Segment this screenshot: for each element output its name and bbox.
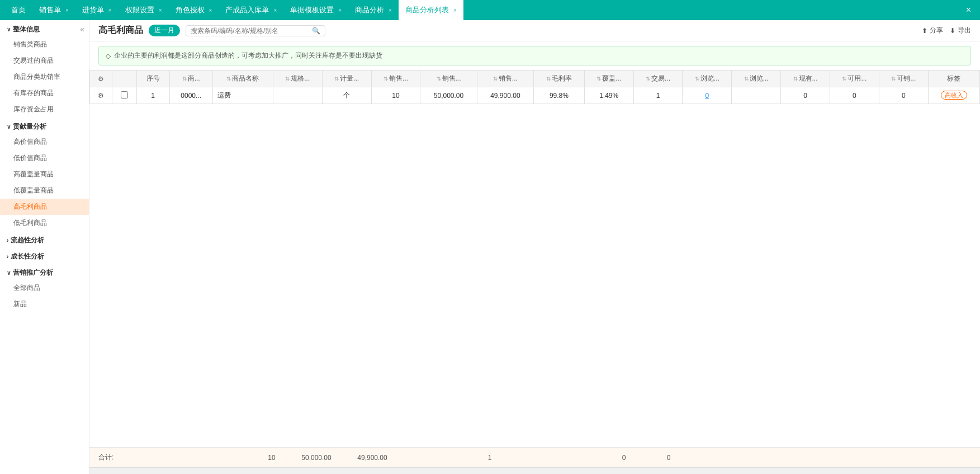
col-header-trade[interactable]: ⇅交易... <box>633 71 683 87</box>
nav-close-icon-2[interactable]: × <box>108 7 112 13</box>
cell-name-0: 运费 <box>212 87 273 104</box>
search-input[interactable] <box>191 27 310 35</box>
sidebar-group-label-0: 整体信息 <box>13 25 40 34</box>
col-header-view1[interactable]: ⇅浏览... <box>683 71 732 87</box>
footer-cell-1: 10 <box>255 454 288 462</box>
close-window-icon[interactable]: × <box>962 5 976 15</box>
col-header-name[interactable]: ⇅商品名称 <box>212 71 273 87</box>
sidebar-group-4[interactable]: ∨营销推广分析 <box>0 264 89 280</box>
sidebar-group-0[interactable]: ∨整体信息 <box>0 20 89 36</box>
nav-item-5[interactable]: 产成品入库单× <box>219 0 283 20</box>
cell-spec-0 <box>273 87 322 104</box>
sidebar-group-label-1: 贡献量分析 <box>13 122 46 132</box>
sidebar-group-arrow-1: ∨ <box>7 124 11 130</box>
col-header-saleable[interactable]: ⇅可销... <box>879 71 928 87</box>
nav-close-icon-6[interactable]: × <box>338 7 342 13</box>
footer-total: 合计: 1050,000.0049,900.00100 <box>89 447 980 467</box>
sidebar-item-1-2[interactable]: 高覆盖量商品 <box>0 166 89 182</box>
share-button[interactable]: ⬆ 分享 <box>922 26 943 35</box>
footer-cell-10: 0 <box>646 454 691 462</box>
col-header-checkbox <box>112 71 136 87</box>
col-sort-icon-unit: ⇅ <box>334 76 339 82</box>
nav-close-icon-8[interactable]: × <box>453 7 457 13</box>
sidebar-item-0-0[interactable]: 销售类商品 <box>0 36 89 53</box>
sidebar-item-0-2[interactable]: 商品分类助销率 <box>0 69 89 85</box>
sidebar-group-arrow-0: ∨ <box>7 26 11 32</box>
sidebar-item-1-1[interactable]: 低价值商品 <box>0 150 89 166</box>
page-title: 高毛利商品 <box>98 25 143 36</box>
cell-saleamt-0: 50,000.00 <box>420 87 477 104</box>
sidebar-group-label-4: 营销推广分析 <box>13 268 53 278</box>
cell-available-0: 0 <box>830 87 879 104</box>
nav-item-2[interactable]: 进货单× <box>75 0 119 20</box>
sidebar-item-4-1[interactable]: 新品 <box>0 296 89 312</box>
col-header-view2[interactable]: ⇅浏览... <box>732 71 781 87</box>
col-header-saleProfit[interactable]: ⇅销售... <box>477 71 533 87</box>
sidebar-item-4-0[interactable]: 全部商品 <box>0 280 89 296</box>
col-header-code[interactable]: ⇅商... <box>169 71 212 87</box>
nav-item-6[interactable]: 单据模板设置× <box>283 0 348 20</box>
col-header-seq: 序号 <box>136 71 169 87</box>
cell-checkbox-0[interactable] <box>112 87 136 104</box>
export-button[interactable]: ⬇ 导出 <box>950 26 971 35</box>
cell-coverage-0: 1.49% <box>584 87 633 104</box>
col-header-coverage[interactable]: ⇅覆盖... <box>584 71 633 87</box>
nav-close-icon-5[interactable]: × <box>273 7 277 13</box>
top-nav: 首页销售单×进货单×权限设置×角色授权×产成品入库单×单据模板设置×商品分析×商… <box>0 0 980 20</box>
nav-close-icon-7[interactable]: × <box>389 7 392 13</box>
col-header-unit[interactable]: ⇅计量... <box>322 71 371 87</box>
cell-stock-0: 0 <box>781 87 830 104</box>
nav-item-8[interactable]: 商品分析列表× <box>399 0 463 20</box>
cell-code-0: 0000... <box>169 87 212 104</box>
scroll-bar[interactable] <box>89 467 980 474</box>
sidebar-item-1-0[interactable]: 高价值商品 <box>0 134 89 150</box>
nav-item-0[interactable]: 首页 <box>4 0 32 20</box>
cell-grossmargin-0: 99.8% <box>534 87 585 104</box>
sidebar-item-0-3[interactable]: 有库存的商品 <box>0 85 89 101</box>
search-icon[interactable]: 🔍 <box>312 27 320 35</box>
info-text: 企业的主要的利润都是这部分商品创造的，可考虑加大推广，同时关注库存是不要出现缺货 <box>114 51 382 60</box>
cell-view1-0[interactable]: 0 <box>683 87 732 104</box>
info-icon: ◇ <box>106 52 111 60</box>
nav-item-7[interactable]: 商品分析× <box>348 0 399 20</box>
col-sort-icon-view2: ⇅ <box>744 76 749 82</box>
nav-item-4[interactable]: 角色授权× <box>169 0 219 20</box>
sidebar-item-1-5[interactable]: 低毛利商品 <box>0 215 89 231</box>
col-header-grossMargin[interactable]: ⇅毛利率 <box>534 71 585 87</box>
nav-close-icon-3[interactable]: × <box>159 7 162 13</box>
sidebar-item-0-4[interactable]: 库存资金占用 <box>0 101 89 118</box>
sidebar-group-3[interactable]: ›成长性分析 <box>0 247 89 264</box>
nav-close-icon-4[interactable]: × <box>209 7 212 13</box>
footer-cell-2: 50,000.00 <box>288 454 344 462</box>
cell-saleprofit-0: 49,900.00 <box>477 87 533 104</box>
sidebar-group-label-2: 流趋性分析 <box>11 236 44 245</box>
search-box: 🔍 <box>186 25 325 36</box>
col-header-saleAmt[interactable]: ⇅销售... <box>420 71 477 87</box>
sidebar-collapse-button[interactable]: « <box>80 25 84 34</box>
col-sort-icon-coverage: ⇅ <box>596 76 601 82</box>
date-filter-button[interactable]: 近一月 <box>149 25 180 36</box>
col-header-spec[interactable]: ⇅规格... <box>273 71 322 87</box>
footer-cell-9: 0 <box>602 454 646 462</box>
sidebar-group-1[interactable]: ∨贡献量分析 <box>0 118 89 134</box>
cell-view2-0 <box>732 87 781 104</box>
col-header-settings: ⚙ <box>90 71 112 87</box>
nav-item-3[interactable]: 权限设置× <box>119 0 169 20</box>
col-header-stock[interactable]: ⇅现有... <box>781 71 830 87</box>
export-icon: ⬇ <box>950 27 955 35</box>
footer-cell-3: 49,900.00 <box>344 454 400 462</box>
sidebar-item-1-4[interactable]: 高毛利商品 <box>0 199 89 215</box>
col-header-saleQty[interactable]: ⇅销售... <box>371 71 420 87</box>
nav-item-1[interactable]: 销售单× <box>32 0 75 20</box>
col-header-available[interactable]: ⇅可用... <box>830 71 879 87</box>
sidebar: « ∨整体信息销售类商品交易过的商品商品分类助销率有库存的商品库存资金占用∨贡献… <box>0 20 89 474</box>
sidebar-group-arrow-4: ∨ <box>7 270 11 276</box>
col-sort-icon-code: ⇅ <box>182 76 187 82</box>
nav-close-icon-1[interactable]: × <box>65 7 69 13</box>
cell-tag-0: 高收入 <box>928 87 979 104</box>
sidebar-item-1-3[interactable]: 低覆盖量商品 <box>0 182 89 199</box>
col-sort-icon-saleAmt: ⇅ <box>437 76 441 82</box>
sidebar-item-0-1[interactable]: 交易过的商品 <box>0 53 89 69</box>
cell-settings-0[interactable]: ⚙ <box>90 87 112 104</box>
sidebar-group-2[interactable]: ›流趋性分析 <box>0 231 89 247</box>
